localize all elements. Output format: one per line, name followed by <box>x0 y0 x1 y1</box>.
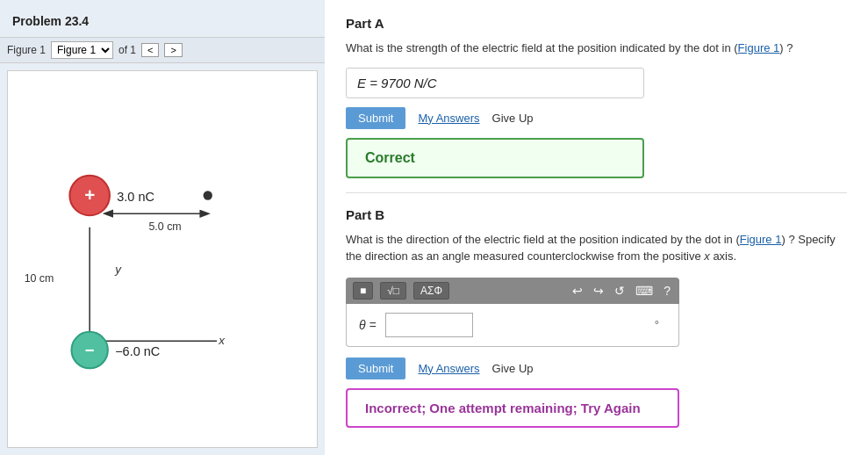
redo-icon[interactable]: ↪ <box>593 284 604 298</box>
figure-toolbar: Figure 1 Figure 1 of 1 < > <box>0 37 325 63</box>
figure-area: + 3.0 nC 5.0 cm 10 cm y x <box>7 70 318 448</box>
right-panel: Part A What is the strength of the elect… <box>325 0 868 455</box>
part-divider <box>346 192 847 193</box>
part-a-figure-link[interactable]: Figure 1 <box>738 41 780 54</box>
part-b-give-up-link[interactable]: Give Up <box>492 362 534 375</box>
part-a: Part A What is the strength of the elect… <box>346 16 847 178</box>
incorrect-box: Incorrect; One attempt remaining; Try Ag… <box>346 388 679 428</box>
figure-prev-button[interactable]: < <box>141 43 159 57</box>
problem-title: Problem 23.4 <box>0 9 325 37</box>
svg-text:x: x <box>218 334 226 347</box>
part-a-my-answers-link[interactable]: My Answers <box>418 112 479 125</box>
figure-label: Figure 1 <box>7 44 46 56</box>
refresh-icon[interactable]: ↺ <box>614 284 625 298</box>
part-a-answer: E = 9700 N/C <box>346 68 644 98</box>
math-input-row: θ = ° <box>346 304 679 347</box>
math-toolbar-square-btn[interactable]: ■ <box>353 282 373 300</box>
svg-text:−6.0 nC: −6.0 nC <box>115 344 160 358</box>
part-b-submit-button[interactable]: Submit <box>346 358 405 379</box>
figure-next-button[interactable]: > <box>164 43 182 57</box>
part-b-title: Part B <box>346 207 847 222</box>
math-toolbar: ■ √□ ΑΣΦ ↩ ↪ ↺ ⌨ ? <box>346 278 679 304</box>
svg-text:5.0 cm: 5.0 cm <box>148 220 181 233</box>
part-b-btn-row: Submit My Answers Give Up <box>346 358 847 379</box>
figure-select[interactable]: Figure 1 <box>51 41 113 59</box>
of-label: of 1 <box>118 44 136 56</box>
left-panel: Problem 23.4 Figure 1 Figure 1 of 1 < > … <box>0 0 325 455</box>
svg-text:3.0 nC: 3.0 nC <box>117 190 154 204</box>
svg-text:y: y <box>114 263 122 276</box>
math-toolbar-greek-btn[interactable]: ΑΣΦ <box>413 282 449 300</box>
part-b-figure-link[interactable]: Figure 1 <box>740 233 782 246</box>
part-a-question: What is the strength of the electric fie… <box>346 40 847 57</box>
part-a-submit-button[interactable]: Submit <box>346 107 405 129</box>
svg-text:10 cm: 10 cm <box>25 272 54 285</box>
part-b: Part B What is the direction of the elec… <box>346 207 847 428</box>
part-a-title: Part A <box>346 16 847 31</box>
correct-box: Correct <box>346 138 644 178</box>
help-icon[interactable]: ? <box>664 284 671 298</box>
svg-text:+: + <box>84 184 95 205</box>
diagram: + 3.0 nC 5.0 cm 10 cm y x <box>8 71 317 447</box>
svg-point-3 <box>204 191 212 199</box>
part-a-give-up-link[interactable]: Give Up <box>492 112 534 125</box>
theta-input[interactable] <box>385 313 473 337</box>
keyboard-icon[interactable]: ⌨ <box>635 284 653 298</box>
svg-text:−: − <box>85 341 95 359</box>
theta-label: θ = <box>359 318 377 332</box>
math-toolbar-sqrt-btn[interactable]: √□ <box>380 282 406 300</box>
part-a-btn-row: Submit My Answers Give Up <box>346 107 847 129</box>
part-b-question: What is the direction of the electric fi… <box>346 231 847 265</box>
part-b-my-answers-link[interactable]: My Answers <box>418 362 479 375</box>
degree-symbol: ° <box>655 318 666 331</box>
undo-icon[interactable]: ↩ <box>572 284 583 298</box>
